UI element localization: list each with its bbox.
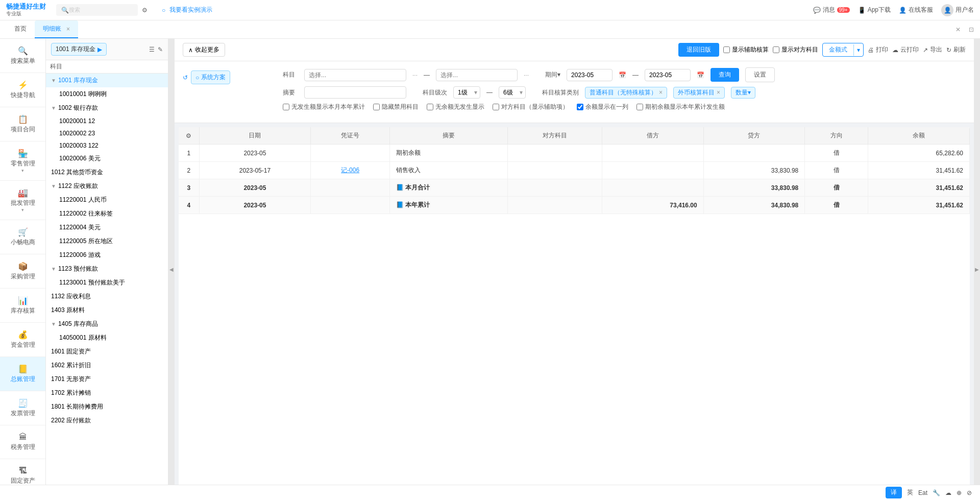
top-search-box[interactable]: 🔍 搜索 <box>56 4 138 16</box>
tree-item-10020006[interactable]: 10020006 美元 <box>46 152 168 165</box>
tab-home[interactable]: 首页 <box>6 20 35 38</box>
level-to-select[interactable]: 1级2级3级4级5级6级 <box>499 86 526 99</box>
subject-to-input[interactable] <box>436 69 518 81</box>
tree-item-1405[interactable]: ▼ 1405 库存商品 <box>46 317 168 331</box>
refresh-button[interactable]: ↻ 刷新 <box>946 45 966 54</box>
amount-format-dropdown[interactable]: 金额式 ▾ <box>822 43 864 57</box>
demo-link[interactable]: 我要看实例演示 <box>169 6 212 14</box>
period-from-input[interactable] <box>567 69 612 81</box>
tree-item-1601[interactable]: 1601 固定资产 <box>46 345 168 359</box>
search-button[interactable]: 查询 <box>710 68 739 82</box>
nav-item-quick[interactable]: ⚡ 快捷导航 <box>0 73 45 107</box>
period-to-input[interactable] <box>645 69 691 81</box>
cb-hide-disabled[interactable]: 隐藏禁用科目 <box>373 103 419 111</box>
app-download-button[interactable]: 📱 App下载 <box>858 6 891 14</box>
tree-item-1002[interactable]: ▼ 1002 银行存款 <box>46 101 168 115</box>
nav-item-tax[interactable]: 🏛 税务管理 <box>0 425 45 459</box>
bottom-tool-icon[interactable]: 🔧 <box>933 489 940 496</box>
scheme-button[interactable]: ○ 系统方案 <box>191 70 230 84</box>
user-avatar[interactable]: 👤 用户名 <box>941 4 974 16</box>
voucher-link[interactable]: 记-006 <box>341 166 359 174</box>
tab-close-icon[interactable]: × <box>66 26 70 33</box>
bottom-cloud-icon[interactable]: ☁ <box>945 489 951 496</box>
right-collapse-button[interactable]: ▶ <box>974 39 980 500</box>
window-maximize-icon[interactable]: ⊡ <box>969 26 974 33</box>
settings-button[interactable]: 设置 <box>745 67 775 82</box>
row-2-voucher[interactable]: 记-006 <box>311 162 390 179</box>
tree-item-11220006[interactable]: 11220006 游戏 <box>46 248 168 262</box>
cb-no-balance2-input[interactable] <box>427 104 433 110</box>
tree-item-2202[interactable]: 2202 应付账款 <box>46 414 168 427</box>
subject-from-input[interactable] <box>304 69 406 81</box>
tree-item-1403[interactable]: 1403 原材料 <box>46 303 168 317</box>
tree-item-11220005[interactable]: 11220005 所在地区 <box>46 234 168 248</box>
cb-hide-disabled-input[interactable] <box>373 104 380 110</box>
tree-item-1801[interactable]: 1801 长期待摊费用 <box>46 400 168 414</box>
cb-no-balance2[interactable]: 无余额无发生显示 <box>427 103 484 111</box>
tree-item-1701[interactable]: 1701 无形资产 <box>46 372 168 386</box>
calc-tag-qty[interactable]: 数量▾ <box>731 87 755 99</box>
th-settings[interactable]: ⚙ <box>179 127 199 145</box>
show-contra-checkbox[interactable] <box>773 46 779 53</box>
nav-item-search[interactable]: 🔍 搜索菜单 <box>0 39 45 73</box>
nav-item-retail[interactable]: 🏪 零售管理 ▾ <box>0 141 45 181</box>
collapse-more-button[interactable]: ∧ 收起更多 <box>183 43 225 57</box>
bottom-cancel-icon[interactable]: ⊘ <box>967 489 972 496</box>
nav-item-capital[interactable]: 💰 资金管理 <box>0 323 45 357</box>
side-collapse-button[interactable]: ◀ <box>168 39 175 500</box>
nav-item-inventory[interactable]: 📊 库存核算 <box>0 289 45 323</box>
tree-item-1132[interactable]: 1132 应收利息 <box>46 290 168 303</box>
period-to-calendar-icon[interactable]: 📅 <box>697 72 704 79</box>
calc-tag-forex[interactable]: 外币核算科目 × <box>673 87 725 99</box>
cloud-print-button[interactable]: ☁ 云打印 <box>892 45 919 54</box>
account-tree-list[interactable]: ▼ 1001 库存现金 10010001 咧咧咧 ▼ 1002 银行存款 100… <box>46 74 168 487</box>
level-from-select[interactable]: 1级2级3级4级5级6级 <box>453 86 480 99</box>
print-button[interactable]: 🖨 打印 <box>868 45 888 54</box>
tree-item-1122[interactable]: ▼ 1122 应收账款 <box>46 179 168 193</box>
cb-no-balance[interactable]: 无发生额显示本月本年累计 <box>283 103 365 111</box>
show-aux-checkbox[interactable] <box>723 46 730 53</box>
cb-no-balance-input[interactable] <box>283 104 289 110</box>
tree-item-10020003[interactable]: 10020003 122 <box>46 139 168 152</box>
period-calendar-icon[interactable]: 📅 <box>619 72 626 79</box>
tree-item-1602[interactable]: 1602 累计折旧 <box>46 359 168 372</box>
summary-input[interactable] <box>304 86 406 99</box>
tree-item-1702[interactable]: 1702 累计摊销 <box>46 386 168 400</box>
tree-item-10020002[interactable]: 10020002 23 <box>46 127 168 139</box>
cb-show-ytd-input[interactable] <box>636 104 643 110</box>
nav-item-invoice[interactable]: 🧾 发票管理 <box>0 391 45 425</box>
export-button[interactable]: ↗ 导出 <box>923 45 942 54</box>
tree-item-11230001[interactable]: 11230001 预付账款美于 <box>46 276 168 290</box>
nav-item-wholesale[interactable]: 🏭 批发管理 ▾ <box>0 181 45 220</box>
amount-format-arrow[interactable]: ▾ <box>853 44 863 56</box>
calc-tag-normal[interactable]: 普通科目（无特殊核算） × <box>585 87 667 99</box>
tree-item-11220004[interactable]: 11220004 美元 <box>46 221 168 234</box>
bottom-plus-icon[interactable]: ⊕ <box>957 489 962 496</box>
tree-item-11220002[interactable]: 11220002 往来标签 <box>46 207 168 221</box>
nav-item-ledger[interactable]: 📒 总账管理 <box>0 357 45 391</box>
tree-list-icon[interactable]: ☰ <box>149 46 155 53</box>
cb-single-col[interactable]: 余额显示在一列 <box>577 103 628 111</box>
cb-show-contra-input[interactable] <box>493 104 499 110</box>
tree-item-1123[interactable]: ▼ 1123 预付账款 <box>46 262 168 276</box>
calc-tag-normal-close[interactable]: × <box>659 89 663 96</box>
tree-item-1012[interactable]: 1012 其他货币资金 <box>46 165 168 179</box>
nav-item-purchase[interactable]: 📦 采购管理 <box>0 254 45 289</box>
window-close-icon[interactable]: ✕ <box>955 26 961 33</box>
tree-item-10020001[interactable]: 10020001 12 <box>46 115 168 127</box>
tab-ledger[interactable]: 明细账 × <box>35 20 78 38</box>
cb-single-col-input[interactable] <box>577 104 583 110</box>
refresh-scheme-icon[interactable]: ↺ <box>183 74 188 81</box>
tree-edit-icon[interactable]: ✎ <box>158 46 163 53</box>
bottom-lang-eat[interactable]: Eat <box>918 489 927 496</box>
settings-gear-icon[interactable]: ⚙ <box>138 5 152 16</box>
message-button[interactable]: 💬 消息 99+ <box>813 6 850 14</box>
bottom-translate-button[interactable]: 译 <box>886 487 902 498</box>
tree-item-1001[interactable]: ▼ 1001 库存现金 <box>46 74 168 87</box>
tree-item-11220001[interactable]: 11220001 人民币 <box>46 193 168 207</box>
tree-item-10010001[interactable]: 10010001 咧咧咧 <box>46 87 168 101</box>
tree-item-14050001[interactable]: 14050001 原材料 <box>46 331 168 345</box>
nav-item-project[interactable]: 📋 项目合同 <box>0 107 45 141</box>
back-to-old-button[interactable]: 退回旧版 <box>678 43 719 57</box>
nav-item-ecommerce[interactable]: 🛒 小畅电商 <box>0 220 45 254</box>
